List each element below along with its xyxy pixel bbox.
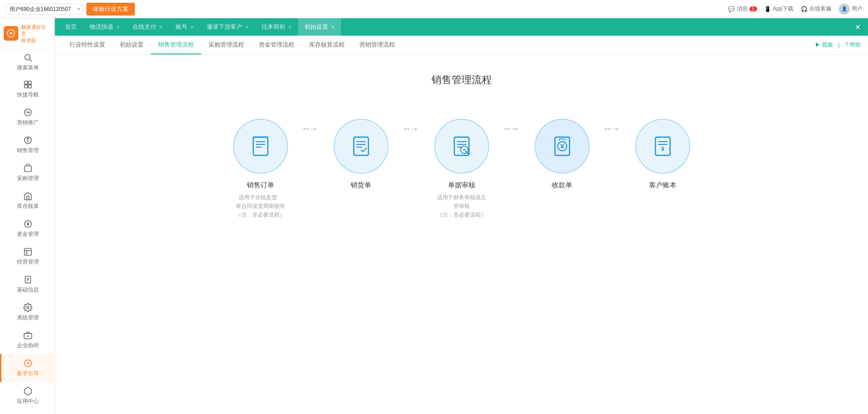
help-icon: ? bbox=[845, 42, 848, 48]
help-link[interactable]: ? 帮助 bbox=[845, 41, 861, 49]
nav-tab-period[interactable]: 往来期初 ✕ bbox=[255, 18, 298, 36]
sidebar-item-operation[interactable]: 经营管理 bbox=[0, 243, 54, 271]
sub-tab-initial[interactable]: 初始设置 bbox=[112, 36, 151, 54]
headset-icon: 🎧 bbox=[801, 6, 808, 12]
sidebar-item-quicknav[interactable]: 快捷导航 bbox=[0, 75, 54, 103]
close-icon-period[interactable]: ✕ bbox=[288, 25, 292, 30]
sidebar-item-inventory[interactable]: 库存核算 bbox=[0, 187, 54, 215]
flow-arrow-3: --→ bbox=[498, 119, 526, 170]
svg-rect-4 bbox=[28, 81, 32, 84]
message-badge: 6 bbox=[750, 6, 757, 11]
trial-button[interactable]: 体验行业方案 bbox=[86, 3, 135, 16]
sidebar-item-collab[interactable]: 企业协同 bbox=[0, 326, 54, 354]
sub-tab-finance-flow[interactable]: 资金管理流程 bbox=[251, 36, 302, 54]
flow-arrow-1: --→ bbox=[297, 119, 325, 170]
video-link[interactable]: ▶ 视频 bbox=[815, 41, 833, 49]
svg-rect-3 bbox=[25, 81, 28, 84]
page-content: 销售管理流程 销售订单 适用于分批发货、有合同 bbox=[55, 55, 868, 414]
sidebar-item-basic[interactable]: 基础信息 bbox=[0, 271, 54, 298]
svg-rect-30 bbox=[354, 137, 368, 155]
sub-tabs: 行业特性设置 初始设置 销售管理流程 采购管理流程 资金管理流程 库存核算流程 bbox=[55, 36, 868, 55]
nav-tab-payment[interactable]: 在线支付 ✕ bbox=[126, 18, 169, 36]
sidebar-item-marketing[interactable]: 营销推广 bbox=[0, 103, 54, 131]
sidebar-item-finance[interactable]: 资金管理 bbox=[0, 215, 54, 243]
user-select-wrapper[interactable]: 用户690企业1660120507 bbox=[5, 4, 83, 15]
close-icon-logistics[interactable]: ✕ bbox=[116, 25, 120, 30]
sub-tab-inventory-flow[interactable]: 库存核算流程 bbox=[302, 36, 352, 54]
svg-line-2 bbox=[30, 59, 32, 62]
flow-item-sales-invoice: 销货单 bbox=[325, 119, 398, 193]
svg-rect-9 bbox=[25, 166, 32, 172]
flow-item-audit: 单据审核 适用于财务审核或主管审核（注：非必要流程） bbox=[425, 119, 498, 220]
nav-tab-invite[interactable]: 邀请下游客户 ✕ bbox=[200, 18, 255, 36]
divider: | bbox=[838, 42, 840, 48]
sidebar-item-appcenter[interactable]: 应用中心 bbox=[0, 382, 54, 410]
flow-circle-receipt: ¥ bbox=[535, 119, 590, 174]
flow-label-receipt: 收款单 bbox=[552, 181, 572, 190]
close-icon-init[interactable]: ✕ bbox=[331, 25, 335, 30]
close-icon-payment[interactable]: ✕ bbox=[159, 25, 163, 30]
svg-point-18 bbox=[27, 306, 29, 308]
close-icon-account[interactable]: ✕ bbox=[190, 25, 194, 30]
flow-label-sales-invoice: 销货单 bbox=[351, 181, 371, 190]
nav-tabs: 首页 物流快递 ✕ 在线支付 ✕ 账号 ✕ 邀请下游客户 ✕ 往来期初 ✕ bbox=[55, 18, 868, 36]
sub-tab-marketing-flow[interactable]: 营销管理流程 bbox=[352, 36, 402, 54]
flow-circle-audit bbox=[434, 119, 489, 174]
flow-label-audit: 单据审核 bbox=[448, 181, 475, 190]
flow-desc-audit: 适用于财务审核或主管审核（注：非必要流程） bbox=[437, 193, 486, 220]
message-item[interactable]: 💬 消息 6 bbox=[728, 5, 757, 13]
nav-tab-account[interactable]: 账号 ✕ bbox=[169, 18, 200, 36]
flow-item-receipt: ¥ 收款单 bbox=[526, 119, 599, 193]
sub-tab-sales-flow[interactable]: 销售管理流程 bbox=[151, 36, 201, 54]
sidebar-item-wechat[interactable]: 企业微信 bbox=[0, 410, 54, 414]
message-icon: 💬 bbox=[728, 6, 735, 12]
nav-tab-logistics[interactable]: 物流快递 ✕ bbox=[83, 18, 126, 36]
sub-tabs-right: ▶ 视频 | ? 帮助 bbox=[815, 41, 861, 49]
flow-diagram: 销售订单 适用于分批发货、有合同发货周期较长（注：非必要流程） --→ bbox=[64, 110, 859, 229]
video-icon: ▶ bbox=[815, 42, 820, 48]
svg-point-1 bbox=[25, 54, 30, 60]
app-icon: 📱 bbox=[764, 6, 771, 12]
sidebar: 畅捷通好生意 标准版 搜索菜单 快捷导航 营销推广 bbox=[0, 18, 55, 414]
avatar: 👤 bbox=[839, 4, 850, 15]
flow-item-customer-account: ¥ 客户账本 bbox=[626, 119, 699, 193]
svg-rect-25 bbox=[253, 137, 268, 155]
flow-arrow-2: --→ bbox=[398, 119, 425, 170]
svg-rect-11 bbox=[25, 248, 32, 255]
sub-tab-industry[interactable]: 行业特性设置 bbox=[62, 36, 112, 54]
svg-point-23 bbox=[27, 363, 28, 364]
sidebar-item-sales[interactable]: 销售管理 bbox=[0, 131, 54, 159]
sidebar-logo: 畅捷通好生意 标准版 bbox=[0, 18, 54, 49]
nav-tabs-close-all[interactable]: ✕ bbox=[851, 23, 864, 32]
top-bar-left: 用户690企业1660120507 体验行业方案 bbox=[5, 3, 135, 16]
nav-tab-init[interactable]: 初始设置 ✕ bbox=[298, 18, 341, 36]
flow-circle-sales-invoice bbox=[334, 119, 389, 174]
sidebar-item-purchase[interactable]: 采购管理 bbox=[0, 159, 54, 187]
flow-circle-sales-order bbox=[233, 119, 288, 174]
svg-rect-6 bbox=[28, 85, 32, 88]
svg-text:¥: ¥ bbox=[560, 143, 564, 150]
content-area: 首页 物流快递 ✕ 在线支付 ✕ 账号 ✕ 邀请下游客户 ✕ 往来期初 ✕ bbox=[55, 18, 868, 414]
flow-item-sales-order: 销售订单 适用于分批发货、有合同发货周期较长（注：非必要流程） bbox=[224, 119, 297, 220]
sidebar-item-guide[interactable]: 新手引导 bbox=[0, 354, 54, 382]
sidebar-item-system[interactable]: 系统管理 bbox=[0, 298, 54, 326]
sidebar-item-search[interactable]: 搜索菜单 bbox=[0, 49, 54, 75]
app-download-item[interactable]: 📱 App下载 bbox=[764, 5, 793, 13]
logo-icon bbox=[4, 26, 18, 41]
flow-arrow-4: --→ bbox=[599, 119, 626, 170]
online-service-item[interactable]: 🎧 在线客服 bbox=[801, 5, 831, 13]
top-bar-right: 💬 消息 6 📱 App下载 🎧 在线客服 👤 用户 bbox=[728, 4, 863, 15]
user-select[interactable]: 用户690企业1660120507 bbox=[5, 4, 83, 15]
user-item[interactable]: 👤 用户 bbox=[839, 4, 863, 15]
sub-tab-purchase-flow[interactable]: 采购管理流程 bbox=[201, 36, 251, 54]
nav-tab-home[interactable]: 首页 bbox=[59, 18, 83, 36]
top-bar: 用户690企业1660120507 体验行业方案 💬 消息 6 📱 App下载 … bbox=[0, 0, 868, 18]
logo-text: 畅捷通好生意 标准版 bbox=[21, 24, 51, 43]
main-layout: 畅捷通好生意 标准版 搜索菜单 快捷导航 营销推广 bbox=[0, 18, 868, 414]
close-icon-invite[interactable]: ✕ bbox=[245, 25, 249, 30]
flow-label-sales-order: 销售订单 bbox=[247, 181, 274, 190]
svg-rect-5 bbox=[25, 85, 28, 88]
svg-text:¥: ¥ bbox=[661, 146, 664, 152]
flow-desc-sales-order: 适用于分批发货、有合同发货周期较长（注：非必要流程） bbox=[236, 193, 285, 220]
sub-tabs-left: 行业特性设置 初始设置 销售管理流程 采购管理流程 资金管理流程 库存核算流程 bbox=[62, 36, 402, 54]
